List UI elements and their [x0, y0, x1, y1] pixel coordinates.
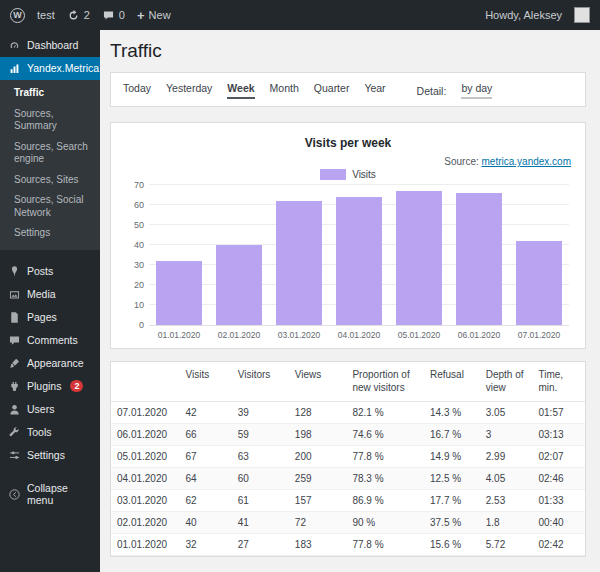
submenu-item-traffic[interactable]: Traffic	[0, 83, 100, 104]
data-cell: 259	[289, 468, 347, 490]
tab-quarter[interactable]: Quarter	[314, 82, 350, 99]
x-tick-label: 06.01.2020	[449, 330, 509, 340]
data-cell: 183	[289, 534, 347, 556]
submenu-item-sources-social-network[interactable]: Sources, Social Network	[0, 190, 100, 223]
data-cell: 77.8 %	[346, 446, 424, 468]
sidebar-item-appearance[interactable]: Appearance	[0, 352, 100, 375]
data-cell: 41	[232, 512, 289, 534]
stats-table: VisitsVisitorsViewsProportion of new vis…	[111, 362, 585, 556]
sidebar-item-plugins[interactable]: Plugins 2	[0, 375, 100, 398]
yandex-metrica-submenu: Traffic Sources, Summary Sources, Search…	[0, 80, 100, 250]
sidebar-item-users[interactable]: Users	[0, 398, 100, 421]
submenu-item-sources-summary[interactable]: Sources, Summary	[0, 104, 100, 137]
chart-body: 010203040506070 01.01.202002.01.202003.0…	[125, 186, 571, 340]
collapse-arrow-icon	[8, 488, 21, 501]
sidebar-item-comments[interactable]: Comments	[0, 329, 100, 352]
row-date-cell: 03.01.2020	[111, 490, 180, 512]
sidebar-item-label: Posts	[27, 265, 53, 278]
bar-05.01.2020	[396, 191, 443, 325]
comments-indicator[interactable]: 0	[102, 9, 125, 22]
data-cell: 39	[232, 402, 289, 424]
detail-value-selector[interactable]: by day	[461, 82, 492, 99]
admin-sidebar: Dashboard Yandex.Metrica Traffic Sources…	[0, 30, 100, 572]
sidebar-item-collapse-menu[interactable]: Collapse menu	[0, 477, 100, 512]
sidebar-item-dashboard[interactable]: Dashboard	[0, 34, 100, 57]
sidebar-item-pages[interactable]: Pages	[0, 306, 100, 329]
sidebar-item-label: Appearance	[27, 357, 84, 370]
sidebar-item-tools[interactable]: Tools	[0, 421, 100, 444]
sidebar-item-settings[interactable]: Settings	[0, 444, 100, 467]
tab-month[interactable]: Month	[270, 82, 299, 99]
bar-slot	[149, 186, 209, 325]
admin-bar-left: W test 2 0 + New	[10, 8, 171, 23]
table-body: 07.01.2020423912882.1 %14.3 %3.0501:5706…	[111, 402, 585, 556]
chart-source-link[interactable]: metrica.yandex.com	[482, 156, 571, 167]
sidebar-item-label: Yandex.Metrica	[27, 62, 99, 75]
visits-chart-panel: Visits per week Source: metrica.yandex.c…	[110, 122, 586, 349]
data-cell: 128	[289, 402, 347, 424]
bar-slot	[269, 186, 329, 325]
submenu-item-sources-sites[interactable]: Sources, Sites	[0, 170, 100, 191]
howdy-greeting[interactable]: Howdy, Aleksey	[485, 9, 562, 21]
row-date-cell: 05.01.2020	[111, 446, 180, 468]
tab-today[interactable]: Today	[123, 82, 151, 99]
main-content: Traffic Today Yesterday Week Month Quart…	[100, 30, 600, 572]
table-header-row: VisitsVisitorsViewsProportion of new vis…	[111, 362, 585, 402]
gridline	[149, 184, 569, 185]
legend-label: Visits	[352, 169, 376, 180]
table-row: 04.01.2020646025978.3 %12.5 %4.0502:46	[111, 468, 585, 490]
sidebar-item-media[interactable]: Media	[0, 283, 100, 306]
data-cell: 61	[232, 490, 289, 512]
data-cell: 60	[232, 468, 289, 490]
sidebar-item-yandex-metrica[interactable]: Yandex.Metrica	[0, 57, 100, 80]
data-cell: 02:46	[533, 468, 586, 490]
sidebar-item-posts[interactable]: Posts	[0, 260, 100, 283]
x-tick-label: 07.01.2020	[509, 330, 569, 340]
y-tick-label: 20	[134, 281, 144, 290]
site-name-link[interactable]: test	[37, 9, 55, 21]
new-content-button[interactable]: + New	[137, 9, 171, 22]
updates-indicator[interactable]: 2	[67, 9, 90, 22]
bar-slot	[509, 186, 569, 325]
data-cell: 2.53	[480, 490, 533, 512]
x-tick-label: 04.01.2020	[329, 330, 389, 340]
data-cell: 62	[180, 490, 232, 512]
data-cell: 67	[180, 446, 232, 468]
y-tick-label: 0	[139, 321, 144, 330]
data-cell: 15.6 %	[424, 534, 480, 556]
legend-swatch	[320, 169, 346, 180]
tab-year[interactable]: Year	[364, 82, 385, 99]
bar-07.01.2020	[516, 241, 563, 325]
comments-count: 0	[119, 9, 125, 21]
bar-06.01.2020	[456, 193, 503, 325]
footer: Thank you for creating with WordPress. V…	[110, 565, 586, 572]
tab-yesterday[interactable]: Yesterday	[166, 82, 212, 99]
data-cell: 02:42	[533, 534, 586, 556]
plugin-icon	[8, 380, 21, 393]
data-cell: 42	[180, 402, 232, 424]
data-cell: 198	[289, 424, 347, 446]
table-row: 02.01.202040417290 %37.5 %1.800:40	[111, 512, 585, 534]
chart-x-axis: 01.01.202002.01.202003.01.202004.01.2020…	[149, 330, 569, 340]
avatar[interactable]	[574, 7, 590, 23]
submenu-item-sources-search-engine[interactable]: Sources, Search engine	[0, 137, 100, 170]
data-cell: 16.7 %	[424, 424, 480, 446]
data-cell: 200	[289, 446, 347, 468]
sidebar-item-label: Plugins	[27, 380, 61, 393]
period-tabs-panel: Today Yesterday Week Month Quarter Year …	[110, 72, 586, 107]
bar-slot	[449, 186, 509, 325]
bar-slot	[329, 186, 389, 325]
tab-week[interactable]: Week	[227, 82, 254, 99]
data-cell: 14.9 %	[424, 446, 480, 468]
row-date-cell: 04.01.2020	[111, 468, 180, 490]
submenu-item-settings[interactable]: Settings	[0, 223, 100, 244]
table-row: 03.01.2020626115786.9 %17.7 %2.5301:33	[111, 490, 585, 512]
y-tick-label: 70	[134, 181, 144, 190]
wordpress-menu[interactable]: W	[10, 8, 25, 23]
data-cell: 32	[180, 534, 232, 556]
table-row: 06.01.2020665919874.6 %16.7 %303:13	[111, 424, 585, 446]
x-tick-label: 01.01.2020	[149, 330, 209, 340]
sidebar-item-label: Media	[27, 288, 56, 301]
column-header: Visitors	[232, 362, 289, 402]
column-header: Proportion of new visitors	[346, 362, 424, 402]
